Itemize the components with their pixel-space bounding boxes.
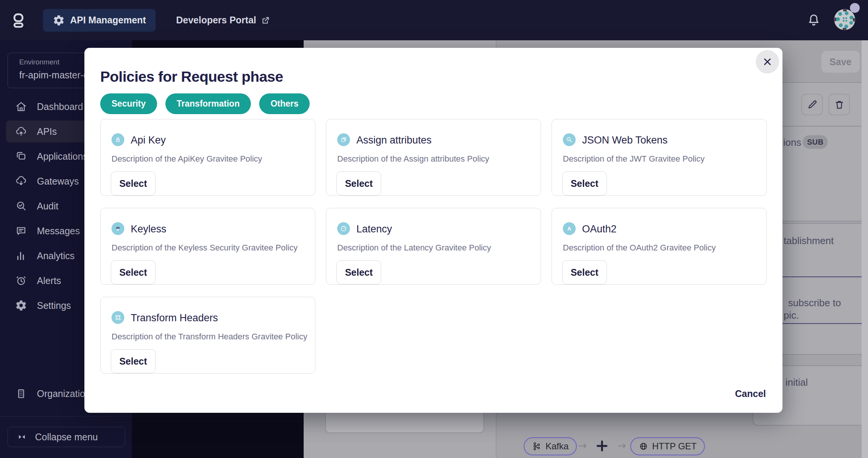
policy-name: Api Key [131,134,166,146]
top-bar: API Management Developers Portal [0,0,868,40]
select-button[interactable]: Select [336,260,381,284]
policy-name: Assign attributes [356,134,432,146]
letter-a-icon [563,222,576,235]
developers-portal-link[interactable]: Developers Portal [176,15,270,26]
delete-button[interactable] [828,94,850,115]
message-icon [15,225,27,237]
sidebar-item-label: Audit [37,201,58,212]
policy-description: Description of the Transform Headers Gra… [112,332,307,342]
audit-icon [15,200,27,212]
select-button[interactable]: Select [111,349,156,373]
policy-name: Keyless [131,223,167,235]
policy-card-oauth2: OAuth2 Description of the OAuth2 Gravite… [552,208,767,285]
wifi-lock-icon [112,222,124,235]
policies-modal: Policies for Request phase SecurityTrans… [84,48,782,413]
cloud-up-icon [15,125,27,137]
subscribe-fragment: subscribe to [788,297,841,309]
sidebar-item-label: Alerts [37,275,61,286]
sidebar-item-label: Organization [37,388,90,399]
select-button[interactable]: Select [562,260,607,284]
policy-card-keyless: Keyless Description of the Keyless Secur… [100,208,315,285]
policy-card-assign-attributes: Assign attributes Description of the Ass… [326,119,541,196]
establishment-fragment: tablishment [784,235,834,247]
globe-icon [639,441,648,451]
category-chips-row: SecurityTransformationOthers [100,93,310,114]
category-chip-transformation[interactable]: Transformation [165,93,251,114]
select-button[interactable]: Select [111,260,156,284]
notifications-bell-icon[interactable] [806,12,821,27]
gear-icon [15,299,27,311]
user-avatar[interactable] [834,9,855,30]
policy-name: Transform Headers [131,312,218,324]
api-management-label: API Management [70,15,146,26]
app-window: API Management Developers Portal Environ… [0,0,868,458]
policy-card-transform-headers: Transform Headers Description of the Tra… [100,297,315,374]
edit-button[interactable] [801,94,823,115]
close-icon [762,56,773,67]
add-policy-plus-icon[interactable] [594,438,610,454]
trash-icon [834,99,845,110]
select-button[interactable]: Select [562,171,607,195]
arrow-right-icon [616,440,628,452]
policy-card-api-key: Api Key Description of the ApiKey Gravit… [100,119,315,196]
sidebar-item-label: Dashboard [37,101,83,112]
save-button[interactable]: Save [821,51,860,73]
sidebar-item-label: Messages [37,226,80,237]
scrollbar[interactable] [862,40,868,458]
collapse-menu-label: Collapse menu [35,432,98,443]
select-button[interactable]: Select [336,171,381,195]
modal-title: Policies for Request phase [100,69,283,85]
lock-icon [112,133,124,146]
policy-card-latency: Latency Description of the Latency Gravi… [326,208,541,285]
developers-portal-label: Developers Portal [176,15,256,26]
gauge-icon [337,222,350,235]
policy-card-json-web-tokens: JSON Web Tokens Description of the JWT G… [552,119,767,196]
sidebar-item-label: Settings [37,300,71,311]
kafka-icon [532,441,542,451]
nodes-icon [112,311,124,324]
topic-fragment: pic. [784,310,799,321]
policy-cards-grid: Api Key Description of the ApiKey Gravit… [100,119,767,374]
analytics-icon [15,250,27,262]
http-get-endpoint-pill[interactable]: HTTP GET [630,437,705,455]
policy-description: Description of the OAuth2 Gravitee Polic… [563,243,716,253]
cloud-down-icon [15,175,27,187]
magnifier-key-icon [563,133,576,146]
sidebar-item-label: Applications [37,151,88,162]
policy-name: JSON Web Tokens [582,134,668,146]
avatar-status-badge [850,3,860,13]
arrow-right-icon [576,440,589,452]
alarm-icon [15,275,27,287]
policy-description: Description of the Keyless Security Grav… [112,243,298,253]
pencil-icon [807,99,818,110]
subscriptions-fragment: ions [783,137,801,148]
cancel-button[interactable]: Cancel [735,388,766,399]
home-icon [15,101,27,113]
external-link-icon [261,15,270,25]
collapse-icon [17,432,27,442]
http-get-label: HTTP GET [652,441,697,452]
sidebar-item-label: Gateways [37,176,79,187]
sub-badge: SUB [803,135,828,149]
policy-description: Description of the ApiKey Gravitee Polic… [112,154,262,164]
layers-icon [337,133,350,146]
policy-description: Description of the JWT Gravitee Policy [563,154,704,164]
initial-fragment: initial [785,377,808,388]
gravitee-logo-icon [10,12,27,29]
select-button[interactable]: Select [111,171,156,195]
policy-name: Latency [356,223,392,235]
close-button[interactable] [756,50,779,73]
collapse-menu-button[interactable]: Collapse menu [8,427,125,447]
sidebar-item-label: Analytics [37,250,75,261]
kafka-label: Kafka [546,441,568,452]
api-management-button[interactable]: API Management [43,9,156,32]
category-chip-security[interactable]: Security [100,93,157,114]
policy-description: Description of the Latency Gravitee Poli… [337,243,491,253]
policy-description: Description of the Assign attributes Pol… [337,154,489,164]
sidebar-item-label: APIs [37,126,57,137]
category-chip-others[interactable]: Others [259,93,310,114]
organization-icon [15,388,27,400]
apps-icon [15,150,27,162]
kafka-entrypoint-pill[interactable]: Kafka [524,437,577,455]
policy-name: OAuth2 [582,223,617,235]
